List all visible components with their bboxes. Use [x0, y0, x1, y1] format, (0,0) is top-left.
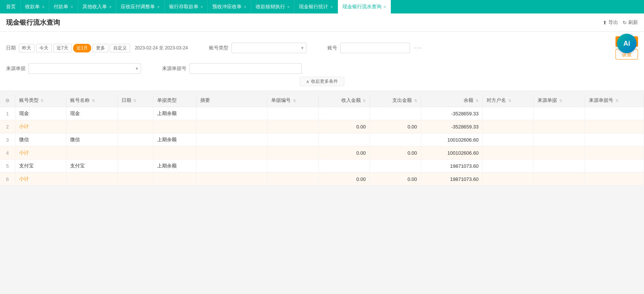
cell-income — [318, 160, 370, 173]
filter-area: 日期 昨天 今天 近7天 近1月 更多 自定义 2023-02-24 至 202… — [0, 32, 644, 91]
nav-ar-ap-adjust[interactable]: 应收应付调整单 × — [116, 0, 164, 13]
date-custom[interactable]: 自定义 — [110, 44, 130, 52]
table-row[interactable]: 1 现金 现金 上期余额 -3528659.33 — [0, 107, 644, 120]
cell-source-doc — [534, 107, 585, 120]
sort-icon: ⇅ — [414, 98, 417, 103]
cell-balance: -3528659.33 — [421, 120, 482, 133]
account-label: 账号 — [327, 45, 337, 51]
collapse-button[interactable]: ∧ 收起更多条件 — [300, 77, 344, 86]
col-expense[interactable]: 支出金额 ⇅ — [370, 94, 421, 107]
cell-balance: 100102606.60 — [421, 133, 482, 146]
cell-doc-no — [267, 107, 319, 120]
col-account-name[interactable]: 账号名称 ⇅ — [66, 94, 118, 107]
close-icon[interactable]: × — [287, 4, 290, 9]
date-today[interactable]: 今天 — [36, 44, 52, 52]
cell-expense — [370, 160, 421, 173]
nav-cash-stats[interactable]: 现金银行统计 × — [294, 0, 338, 13]
export-button[interactable]: ⬆ 导出 — [603, 19, 618, 26]
close-icon[interactable]: × — [71, 4, 73, 9]
source-doc-no-input[interactable] — [189, 63, 302, 74]
cell-summary — [197, 173, 267, 186]
sort-icon: ⇅ — [293, 98, 296, 103]
row-number: 6 — [0, 173, 15, 186]
cell-counterparty — [482, 146, 534, 160]
filter-row-1: 日期 昨天 今天 近7天 近1月 更多 自定义 2023-02-24 至 202… — [6, 36, 638, 60]
close-icon[interactable]: × — [330, 4, 333, 9]
table-row[interactable]: 5 支付宝 支付宝 上期余额 19871073.60 — [0, 160, 644, 173]
account-type-select[interactable] — [231, 43, 306, 53]
cell-source-doc-no — [585, 173, 644, 186]
nav-cash-flow-query[interactable]: 现金银行流水查询 × — [338, 0, 391, 13]
close-icon[interactable]: × — [244, 4, 246, 9]
cell-summary — [197, 107, 267, 120]
date-1month[interactable]: 近1月 — [73, 44, 92, 52]
nav-collection-exec[interactable]: 收款核销执行 × — [251, 0, 294, 13]
page-header: 现金银行流水查询 ⬆ 导出 ↻ 刷新 — [0, 13, 644, 32]
col-counterparty[interactable]: 对方户名 ⇅ — [482, 94, 534, 107]
close-icon[interactable]: × — [109, 4, 111, 9]
source-doc-select[interactable] — [29, 63, 141, 74]
filter-row-2: 来源单据 来源单据号 — [6, 63, 638, 74]
row-number: 1 — [0, 107, 15, 120]
cell-counterparty — [482, 160, 534, 173]
cell-source-doc-no — [585, 133, 644, 146]
cell-date — [117, 146, 153, 160]
cell-account-name — [66, 120, 118, 133]
close-icon[interactable]: × — [157, 4, 159, 9]
date-yesterday[interactable]: 昨天 — [19, 44, 35, 52]
cell-expense: 0.00 — [370, 146, 421, 160]
nav-payment[interactable]: 付款单 × — [49, 0, 78, 13]
nav-prepay-offset[interactable]: 预收冲应收单 × — [208, 0, 251, 13]
cell-date — [117, 120, 153, 133]
nav-home[interactable]: 首页 — [2, 0, 21, 13]
more-options-icon[interactable]: ··· — [413, 45, 423, 51]
cell-source-doc — [534, 133, 585, 146]
sort-icon: ⇅ — [615, 98, 618, 103]
settings-gear-icon[interactable]: ⚙ — [5, 98, 10, 103]
refresh-button[interactable]: ↻ 刷新 — [623, 19, 638, 26]
cell-doc-type — [153, 120, 197, 133]
cell-balance: 19871073.60 — [421, 173, 482, 186]
top-navigation: 首页 收款单 × 付款单 × 其他收入单 × 应收应付调整单 × 银行存取款单 … — [0, 0, 644, 13]
cell-doc-type: 上期余额 — [153, 107, 197, 120]
ai-assistant-button[interactable]: Ai — [617, 34, 636, 53]
row-number: 2 — [0, 120, 15, 133]
col-account-type[interactable]: 账号类型 ⇅ — [15, 94, 66, 107]
date-filter: 日期 昨天 今天 近7天 近1月 更多 自定义 2023-02-24 至 202… — [6, 44, 188, 52]
table-row[interactable]: 3 微信 微信 上期余额 100102606.60 — [0, 133, 644, 146]
sort-icon: ⇅ — [559, 98, 562, 103]
table-row[interactable]: 4 小计 0.00 0.00 100102606.60 — [0, 146, 644, 160]
col-income[interactable]: 收入金额 ⇅ — [318, 94, 370, 107]
col-date[interactable]: 日期 ⇅ — [117, 94, 153, 107]
cell-doc-type — [153, 173, 197, 186]
account-input[interactable] — [340, 43, 410, 53]
col-source-doc-no[interactable]: 来源单据号 ⇅ — [585, 94, 644, 107]
col-doc-no[interactable]: 单据编号 ⇅ — [267, 94, 319, 107]
date-more[interactable]: 更多 — [93, 44, 108, 52]
cell-doc-type — [153, 146, 197, 160]
table-row[interactable]: 6 小计 0.00 0.00 19871073.60 — [0, 173, 644, 186]
col-summary: 摘要 — [197, 94, 267, 107]
source-doc-no-label: 来源单据号 — [162, 65, 186, 72]
cell-date — [117, 160, 153, 173]
nav-bank-deposit[interactable]: 银行存取款单 × — [165, 0, 208, 13]
cell-income — [318, 107, 370, 120]
cell-counterparty — [482, 120, 534, 133]
close-icon[interactable]: × — [42, 4, 44, 9]
sort-icon: ⇅ — [41, 98, 44, 103]
close-icon[interactable]: × — [201, 4, 203, 9]
cell-summary — [197, 120, 267, 133]
cell-balance: 100102606.60 — [421, 146, 482, 160]
cell-source-doc-no — [585, 107, 644, 120]
data-table-container: ⚙ 账号类型 ⇅ 账号名称 ⇅ 日期 ⇅ 单据类型 摘要 — [0, 94, 644, 186]
cell-doc-type: 上期余额 — [153, 160, 197, 173]
cell-source-doc-no — [585, 120, 644, 133]
date-7days[interactable]: 近7天 — [53, 44, 72, 52]
cell-expense: 0.00 — [370, 173, 421, 186]
col-balance[interactable]: 余额 ⇅ — [421, 94, 482, 107]
col-source-doc[interactable]: 来源单据 ⇅ — [534, 94, 585, 107]
close-icon[interactable]: × — [384, 4, 386, 9]
nav-other-income[interactable]: 其他收入单 × — [78, 0, 116, 13]
nav-receipt[interactable]: 收款单 × — [21, 0, 49, 13]
table-row[interactable]: 2 小计 0.00 0.00 -3528659.33 — [0, 120, 644, 133]
